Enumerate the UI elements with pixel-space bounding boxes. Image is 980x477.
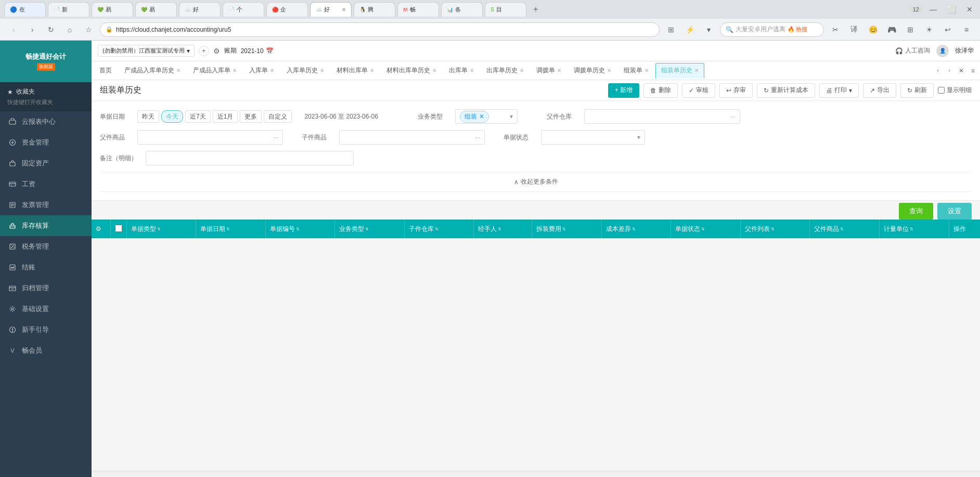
close-tab-8-icon[interactable]: ✕ <box>342 7 346 12</box>
child-goods-more-btn[interactable]: ··· <box>475 134 480 141</box>
sidebar-item-cloud-report[interactable]: 云报表中心 <box>0 111 92 132</box>
minimize-button[interactable]: — <box>926 5 940 14</box>
address-bar[interactable]: 🔒 https://cloud.chanjet.com/accounting/u… <box>100 22 660 37</box>
nav-tab-6-close[interactable]: ✕ <box>432 68 436 73</box>
nav-tab-8[interactable]: 出库单历史 ✕ <box>481 63 530 79</box>
bolt-button[interactable]: ⚡ <box>682 22 697 37</box>
today-btn[interactable]: 今天 <box>161 110 183 123</box>
maximize-button[interactable]: ⬜ <box>944 5 959 14</box>
gear-settings-icon[interactable]: ⚙ <box>96 225 101 233</box>
nav-tab-11-close[interactable]: ✕ <box>644 68 649 73</box>
sort-handler-icon[interactable]: ⇅ <box>498 227 501 231</box>
scissors-button[interactable]: ✂ <box>828 22 843 37</box>
sort-parent-goods-icon[interactable]: ⇅ <box>840 227 844 231</box>
nav-tab-5-close[interactable]: ✕ <box>370 68 374 73</box>
user-avatar[interactable]: 👤 <box>936 45 949 57</box>
browser-tab-7[interactable]: 🔴 企 <box>266 2 308 17</box>
close-window-button[interactable]: ✕ <box>963 5 976 14</box>
browser-tab-9[interactable]: 🐧 腾 <box>354 2 395 17</box>
nav-tab-3-close[interactable]: ✕ <box>270 68 274 73</box>
nav-tab-home[interactable]: 首页 <box>94 63 118 79</box>
yesterday-btn[interactable]: 昨天 <box>137 110 159 123</box>
nav-tab-1-close[interactable]: ✕ <box>176 68 180 73</box>
nav-tab-7[interactable]: 出库单 ✕ <box>443 63 480 79</box>
status-selector[interactable]: ▾ <box>541 130 645 145</box>
sort-cost-diff-icon[interactable]: ⇅ <box>632 227 636 231</box>
parent-goods-field[interactable] <box>142 134 273 141</box>
refresh-button[interactable]: ↻ 刷新 <box>900 83 934 98</box>
undo-button[interactable]: ↩ <box>940 22 955 37</box>
menu-button[interactable]: ≡ <box>959 22 974 37</box>
abandon-button[interactable]: ↩ 弃审 <box>719 83 753 98</box>
show-detail-checkbox[interactable] <box>938 87 945 94</box>
sort-bill-status-icon[interactable]: ⇅ <box>701 227 705 231</box>
sort-parent-list-icon[interactable]: ⇅ <box>771 227 775 231</box>
table-setting-button[interactable]: 设置 <box>937 203 972 220</box>
browser-tab-5[interactable]: ☁️ 好 <box>179 2 221 17</box>
horizontal-scrollbar[interactable] <box>92 471 980 477</box>
parent-goods-more-btn[interactable]: ··· <box>273 134 278 141</box>
parent-wh-more-btn[interactable]: ··· <box>730 113 736 120</box>
browser-tab-3[interactable]: 💚 易 <box>92 2 133 17</box>
sidebar-favorites[interactable]: ★ 收藏夹 快捷键打开收藏夹 <box>0 82 92 111</box>
add-button[interactable]: + 新增 <box>608 83 639 98</box>
add-company-button[interactable]: + <box>199 46 209 56</box>
browser-tab-4[interactable]: 💚 易 <box>135 2 177 17</box>
close-all-tabs-button[interactable]: ✕ <box>956 67 967 74</box>
dropdown-button[interactable]: ▾ <box>701 22 716 37</box>
browser-tab-12[interactable]: S 目 <box>485 2 526 17</box>
brightness-button[interactable]: ☀ <box>922 22 936 37</box>
nav-tab-6[interactable]: 材料出库单历史 ✕ <box>381 63 442 79</box>
browser-tab-6[interactable]: 📄 个 <box>223 2 264 17</box>
7days-btn[interactable]: 近7天 <box>185 110 211 123</box>
company-selector[interactable]: (勿删勿禁用）江西服宝测试专用 ▾ <box>98 45 195 57</box>
nav-tab-8-close[interactable]: ✕ <box>520 68 524 73</box>
nav-tab-2[interactable]: 产成品入库单 ✕ <box>187 63 242 79</box>
nav-tab-2-close[interactable]: ✕ <box>233 68 237 73</box>
grid-button[interactable]: ⊞ <box>664 22 678 37</box>
settings-gear-icon[interactable]: ⚙ <box>213 47 220 55</box>
back-button[interactable]: ‹ <box>6 22 21 37</box>
nav-tab-4[interactable]: 入库单历史 ✕ <box>281 63 330 79</box>
child-goods-input[interactable]: ··· <box>339 130 485 145</box>
sort-bill-date-icon[interactable]: ⇅ <box>226 227 230 231</box>
nav-tab-11[interactable]: 组装单 ✕ <box>618 63 654 79</box>
sidebar-item-settings[interactable]: 基础设置 <box>0 299 92 319</box>
nav-tab-1[interactable]: 产成品入库单历史 ✕ <box>119 63 186 79</box>
translate-button[interactable]: 译 <box>847 22 861 37</box>
service-button[interactable]: 🎧 人工咨询 <box>895 46 930 55</box>
sort-biz-type-icon[interactable]: ⇅ <box>365 227 369 231</box>
biz-type-selector[interactable]: 组装 ✕ ▾ <box>455 109 518 124</box>
audit-button[interactable]: ✓ 审核 <box>682 83 715 98</box>
select-all-checkbox[interactable] <box>115 225 122 232</box>
sidebar-item-fund[interactable]: 资金管理 <box>0 132 92 153</box>
game-button[interactable]: 🎮 <box>884 22 899 37</box>
browser-search-bar[interactable]: 🔍 大量安卓用户逃离 🔥 热搜 <box>720 22 824 37</box>
sort-bill-type-icon[interactable]: ⇅ <box>157 227 161 231</box>
nav-tab-9[interactable]: 调拨单 ✕ <box>531 63 567 79</box>
tabs-menu-button[interactable]: ≡ <box>968 67 978 74</box>
recalc-button[interactable]: ↻ 重新计算成本 <box>757 83 815 98</box>
nav-left-arrow[interactable]: ‹ <box>933 63 943 79</box>
sidebar-item-guide[interactable]: 新手引导 <box>0 319 92 340</box>
remarks-input[interactable] <box>146 151 354 165</box>
nav-tab-9-close[interactable]: ✕ <box>557 68 561 73</box>
emoji1-button[interactable]: 😊 <box>866 22 880 37</box>
sidebar-item-member[interactable]: V 畅会员 <box>0 340 92 361</box>
nav-tab-10-close[interactable]: ✕ <box>607 68 611 73</box>
collapse-btn[interactable]: ∧ 收起更多条件 <box>514 174 558 189</box>
nav-tab-4-close[interactable]: ✕ <box>320 68 324 73</box>
home-button[interactable]: ⌂ <box>62 22 77 37</box>
delete-button[interactable]: 🗑 删除 <box>643 83 678 98</box>
nav-right-arrow[interactable]: › <box>944 63 955 79</box>
sort-child-wh-icon[interactable]: ⇅ <box>435 227 439 231</box>
nav-tab-3[interactable]: 入库单 ✕ <box>243 63 280 79</box>
1month-btn[interactable]: 近1月 <box>213 110 238 123</box>
browser-tab-2[interactable]: 📄 新 <box>48 2 89 17</box>
apps-button[interactable]: ⊞ <box>903 22 918 37</box>
nav-tab-12-close[interactable]: ✕ <box>694 68 699 73</box>
print-button[interactable]: 🖨 打印 ▾ <box>819 83 859 98</box>
browser-tab-8[interactable]: ☁️ 好 ✕ <box>310 2 352 17</box>
more-dates-btn[interactable]: 更多 <box>240 110 262 123</box>
nav-tab-7-close[interactable]: ✕ <box>470 68 474 73</box>
